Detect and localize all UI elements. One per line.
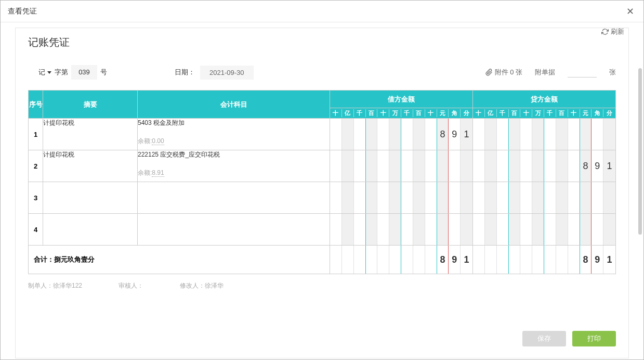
auditor-label: 审核人： <box>119 281 143 290</box>
receipt-label: 附单据 <box>535 68 555 77</box>
voucher-meta-row: 记 字第 039 号 日期： 2021-09-30 附件 0 张 附单据 张 <box>28 65 616 80</box>
modifier-label: 修改人：徐泽华 <box>180 281 224 290</box>
voucher-type-select[interactable]: 记 <box>38 68 51 77</box>
maker-label: 制单人：徐泽华122 <box>28 281 82 290</box>
credit-digits-head: 十亿千百十万千百十元角分 <box>473 108 616 119</box>
account-cell[interactable] <box>138 182 330 214</box>
refresh-icon <box>601 28 609 35</box>
table-row[interactable]: 2计提印花税222125 应交税费_应交印花税余额:8.91891 <box>29 150 616 182</box>
table-row[interactable]: 1计提印花税5403 税金及附加余额:0.00891 <box>29 119 616 150</box>
close-icon[interactable]: ✕ <box>624 5 636 18</box>
summary-cell[interactable] <box>43 182 138 214</box>
credit-cell[interactable] <box>473 182 616 214</box>
receipt-count-input[interactable] <box>568 67 597 78</box>
voucher-number-input[interactable]: 039 <box>71 65 97 80</box>
voucher-date-input[interactable]: 2021-09-30 <box>200 66 254 80</box>
chevron-down-icon <box>47 71 51 74</box>
account-cell[interactable]: 222125 应交税费_应交印花税余额:8.91 <box>138 150 330 182</box>
row-index: 3 <box>29 182 43 214</box>
debit-cell[interactable] <box>330 182 473 214</box>
modal-title: 查看凭证 <box>8 7 37 16</box>
credit-cell[interactable] <box>473 119 616 150</box>
date-label: 日期： <box>175 68 195 77</box>
row-index: 4 <box>29 214 43 246</box>
row-index: 2 <box>29 150 43 182</box>
print-button[interactable]: 打印 <box>572 331 616 346</box>
voucher-title: 记账凭证 <box>28 35 616 49</box>
refresh-button[interactable]: 刷新 <box>601 27 624 36</box>
total-label-cell: 合计：捌元玖角壹分 <box>29 246 330 274</box>
debit-digits-head: 十亿千百十万千百十元角分 <box>330 108 473 119</box>
account-cell[interactable]: 5403 税金及附加余额:0.00 <box>138 119 330 150</box>
debit-cell[interactable] <box>330 214 473 246</box>
refresh-label: 刷新 <box>611 27 624 36</box>
paperclip-icon <box>485 69 493 76</box>
credit-cell[interactable] <box>473 214 616 246</box>
row-index: 1 <box>29 119 43 150</box>
summary-cell[interactable]: 计提印花税 <box>43 150 138 182</box>
modal-header: 查看凭证 ✕ <box>1 1 643 22</box>
modal: 查看凭证 ✕ 刷新 记账凭证 记 字第 039 号 日期： 2021-09-30 <box>0 0 644 360</box>
voucher-panel: 刷新 记账凭证 记 字第 039 号 日期： 2021-09-30 附件 0 张 <box>15 28 629 358</box>
col-debit: 借方金额 <box>330 91 473 108</box>
voucher-date-group: 日期： 2021-09-30 <box>175 66 254 80</box>
voucher-type-group: 记 字第 039 号 <box>38 65 107 80</box>
credit-cell[interactable]: 891 <box>473 150 616 182</box>
total-row: 合计：捌元玖角壹分 891 891 <box>29 246 616 274</box>
table-row[interactable]: 3 <box>29 182 616 214</box>
summary-cell[interactable] <box>43 214 138 246</box>
total-credit: 891 <box>473 246 616 274</box>
attachment-link[interactable]: 附件 0 张 <box>485 68 522 77</box>
col-summary: 摘要 <box>43 91 138 119</box>
button-group: 保存 打印 <box>522 331 616 346</box>
col-account: 会计科目 <box>138 91 330 119</box>
save-button[interactable]: 保存 <box>522 331 566 346</box>
account-cell[interactable] <box>138 214 330 246</box>
col-idx: 序号 <box>29 91 43 119</box>
attachment-group: 附件 0 张 附单据 张 <box>485 67 616 78</box>
table-row[interactable]: 4 <box>29 214 616 246</box>
voucher-footer: 制单人：徐泽华122 审核人： 修改人：徐泽华 <box>28 281 616 290</box>
col-credit: 贷方金额 <box>473 91 616 108</box>
voucher-table: 序号 摘要 会计科目 借方金额 贷方金额 十亿千百十万千百十元角分 十亿千百十万… <box>28 90 616 274</box>
debit-cell[interactable]: 891 <box>330 119 473 150</box>
summary-cell[interactable]: 计提印花税 <box>43 119 138 150</box>
scrollbar[interactable] <box>638 68 642 235</box>
total-debit: 891 <box>330 246 473 274</box>
debit-cell[interactable] <box>330 150 473 182</box>
